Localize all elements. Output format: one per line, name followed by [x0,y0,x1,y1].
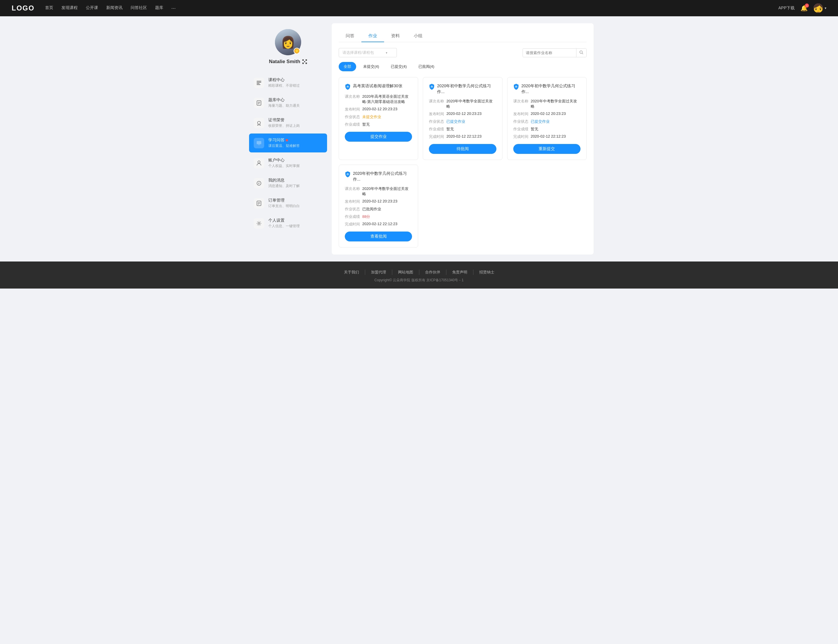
card-4-status-value: 已批阅作业 [362,207,381,212]
nav-bank[interactable]: 题库 [155,5,163,12]
sidebar-item-qbank-subtitle: 海量习题、助力通关 [268,103,300,108]
card-1-course-label: 课次名称 [345,94,362,99]
tab-materials[interactable]: 资料 [384,30,407,42]
card-1-status-field: 作业状态 未提交作业 [345,114,412,120]
sidebar-menu: 课程中心 精彩课程、不容错过 题库中心 海量习题、助力通关 [249,73,327,233]
sidebar-item-qa-subtitle: 课后重温、疑难解答 [268,143,300,148]
sidebar-item-account[interactable]: 账户中心 个人权益、实时掌握 [249,154,327,172]
tab-qa[interactable]: 问答 [339,30,361,42]
account-icon [254,158,264,168]
footer-franchise[interactable]: 加盟代理 [365,269,392,275]
card-3-publish-value: 2020-02-12 20:23:23 [531,112,566,116]
learning-qa-text: 学习问答 课后重温、疑难解答 [268,138,300,148]
footer-about[interactable]: 关于我们 [338,269,365,275]
navbar: LOGO 首页 发现课程 公开课 新闻资讯 问答社区 题库 ··· APP下载 … [0,0,838,16]
sidebar-item-courses-title: 课程中心 [268,77,300,83]
nav-public[interactable]: 公开课 [86,5,98,12]
tab-group[interactable]: 小组 [407,30,429,42]
card-3-status-value: 已提交作业 [531,119,550,124]
nav-more[interactable]: ··· [171,5,176,12]
cards-grid-row2: 作 2020年初中数学几何公式练习作... 课次名称 2020年中考数学全面过关… [339,164,587,248]
card-4-publish-value: 2020-02-12 20:23:23 [362,199,398,203]
sidebar-item-orders[interactable]: 订单管理 订单支出、明明白白 [249,194,327,213]
svg-rect-3 [256,84,260,85]
user-avatar-nav[interactable]: ▾ [813,3,826,13]
messages-icon [254,178,264,189]
sidebar-item-messages[interactable]: 我的消息 消息通知、及时了解 [249,174,327,192]
sidebar-item-learning-qa[interactable]: 学习问答 课后重温、疑难解答 [249,133,327,153]
nav-news[interactable]: 新闻资讯 [106,5,123,12]
footer-sitemap[interactable]: 网站地图 [392,269,419,275]
nav-qa[interactable]: 问答社区 [131,5,147,12]
card-3-publish-label: 发布时间 [513,112,531,117]
status-tab-unsubmitted[interactable]: 未提交(4) [358,62,384,71]
qr-cell [306,62,307,64]
vip-badge: ⭐ [294,48,300,54]
nav-links: 首页 发现课程 公开课 新闻资讯 问答社区 题库 ··· [45,5,176,12]
card-4-review-button[interactable]: 查看批阅 [345,232,412,242]
courses-text: 课程中心 精彩课程、不容错过 [268,77,300,88]
qr-icon [302,59,307,64]
filter-row: 请选择课程/课程包 ▾ [339,48,587,57]
svg-rect-9 [256,141,261,144]
sidebar-item-orders-title: 订单管理 [268,198,300,203]
cards-grid-row1: 作 高考英语试卷阅读理解30张 课次名称 2020年高考英语全面过关攻略-第六期… [339,77,587,160]
sidebar-item-courses[interactable]: 课程中心 精彩课程、不容错过 [249,73,327,92]
card-4-status-label: 作业状态 [345,207,362,212]
sidebar: ⭐ Natalie Smith [245,23,332,255]
search-icon [579,50,583,54]
footer-partner[interactable]: 合作伙伴 [419,269,446,275]
qbank-icon [254,98,264,108]
select-caret-icon: ▾ [386,51,387,54]
nav-home[interactable]: 首页 [45,5,53,12]
nav-download[interactable]: APP下载 [778,5,795,11]
assignment-card-1: 作 高考英语试卷阅读理解30张 课次名称 2020年高考英语全面过关攻略-第六期… [339,77,418,160]
card-1-header: 作 高考英语试卷阅读理解30张 [345,83,412,90]
svg-point-8 [258,121,260,124]
nav-discover[interactable]: 发现课程 [61,5,78,12]
footer-careers[interactable]: 招贤纳士 [473,269,500,275]
qr-code-button[interactable] [302,59,307,64]
sidebar-item-cert-title: 证书荣誉 [268,118,300,123]
search-input[interactable] [523,49,576,57]
sidebar-item-courses-subtitle: 精彩课程、不容错过 [268,83,300,88]
sidebar-item-cert-subtitle: 收获荣誉、持证上岗 [268,123,300,128]
card-3-resubmit-button[interactable]: 重新提交 [513,144,580,154]
avatar-image [813,3,823,13]
card-2-status-field: 作业状态 已提交作业 [429,119,496,124]
search-box [523,48,587,57]
orders-text: 订单管理 订单支出、明明白白 [268,198,300,209]
content-area: 问答 作业 资料 小组 请选择课程/课程包 ▾ 全部 未提交(4) [332,23,593,255]
sidebar-item-certificate[interactable]: 证书荣誉 收获荣誉、持证上岗 [249,113,327,132]
card-4-publish-label: 发布时间 [345,199,362,204]
assignment-card-3: 作 2020年初中数学几何公式练习作... 课次名称 2020年中考数学全面过关… [507,77,587,160]
qr-cell [304,61,306,62]
card-1-submit-button[interactable]: 提交作业 [345,132,412,142]
card-4-complete-value: 2020-02-12 22:12:23 [362,222,398,226]
notification-bell[interactable]: 🔔 1 [800,5,808,12]
card-4-score-field: 作业成绩 88分 [345,214,412,219]
card-2-pending-button[interactable]: 待批阅 [429,144,496,154]
svg-rect-0 [256,81,261,81]
qr-cell [302,61,304,62]
course-select[interactable]: 请选择课程/课程包 ▾ [339,48,397,57]
card-2-score-label: 作业成绩 [429,127,446,132]
sidebar-item-account-title: 账户中心 [268,158,300,163]
sidebar-item-qbank-title: 题库中心 [268,97,300,103]
tab-homework[interactable]: 作业 [361,30,384,42]
status-tab-reviewed[interactable]: 已批阅(4) [414,62,439,71]
footer-disclaimer[interactable]: 免责声明 [446,269,473,275]
status-tab-all[interactable]: 全部 [339,62,356,71]
card-4-title: 2020年初中数学几何公式练习作... [353,171,412,182]
course-select-placeholder: 请选择课程/课程包 [342,50,374,55]
orders-icon [254,198,264,209]
sidebar-item-settings[interactable]: 个人设置 个人信息、一键管理 [249,214,327,233]
status-tab-submitted[interactable]: 已提交(4) [386,62,411,71]
sidebar-item-account-subtitle: 个人权益、实时掌握 [268,163,300,168]
card-2-publish-field: 发布时间 2020-02-12 20:23:23 [429,112,496,117]
sidebar-item-qbank[interactable]: 题库中心 海量习题、助力通关 [249,94,327,112]
search-button[interactable] [576,49,586,57]
card-1-course-field: 课次名称 2020年高考英语全面过关攻略-第六期零基础语法攻略 [345,94,412,104]
sidebar-item-settings-subtitle: 个人信息、一键管理 [268,224,300,228]
card-4-complete-field: 完成时间 2020-02-12 22:12:23 [345,222,412,227]
